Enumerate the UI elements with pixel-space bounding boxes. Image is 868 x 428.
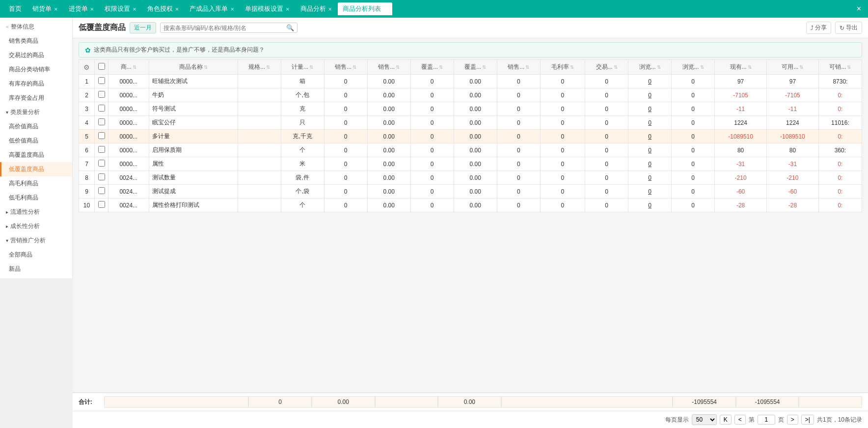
view1-link[interactable]: 0 xyxy=(648,106,651,113)
row-checkbox[interactable] xyxy=(98,132,105,139)
search-input[interactable] xyxy=(163,25,286,31)
close-purchase-tab[interactable]: × xyxy=(90,5,94,13)
row-checkbox[interactable] xyxy=(98,105,105,112)
table-container[interactable]: ⚙ 商...⇅ 商品名称⇅ 规格...⇅ 计量...⇅ 销售...⇅ 销售...… xyxy=(79,59,862,392)
nav-home[interactable]: 首页 xyxy=(4,2,27,15)
nav-permission[interactable]: 权限设置× xyxy=(100,2,141,15)
first-page-btn[interactable]: K xyxy=(720,415,732,425)
sidebar-item-new-goods[interactable]: 新品 xyxy=(0,262,72,276)
cell-view1[interactable]: 0 xyxy=(628,102,672,116)
view1-link[interactable]: 0 xyxy=(648,147,651,154)
sidebar-item-inventory-capital[interactable]: 库存资金占用 xyxy=(0,91,72,105)
prev-page-btn[interactable]: < xyxy=(734,415,746,425)
cell-view1[interactable]: 0 xyxy=(628,130,672,143)
cell-checkbox[interactable] xyxy=(95,185,108,199)
next-page-btn[interactable]: > xyxy=(787,415,798,425)
sidebar-item-high-value[interactable]: 高价值商品 xyxy=(0,119,72,134)
sidebar-flow-section[interactable]: ▸ 流通性分析 xyxy=(0,205,72,219)
cell-checkbox[interactable] xyxy=(95,75,108,88)
view1-link[interactable]: 0 xyxy=(648,133,651,140)
cell-view1[interactable]: 0 xyxy=(628,75,672,88)
sidebar-item-category-rate[interactable]: 商品分类动销率 xyxy=(0,62,72,77)
cell-checkbox[interactable] xyxy=(95,88,108,102)
sidebar-quality-section[interactable]: ▾ 类质量分析 xyxy=(0,105,72,119)
sidebar-item-low-coverage[interactable]: 低覆盖度商品 xyxy=(0,162,72,176)
cell-checkbox[interactable] xyxy=(95,157,108,171)
close-all-tabs[interactable]: × xyxy=(854,4,864,13)
export-btn[interactable]: ↻ 导出 xyxy=(835,22,862,34)
view1-link[interactable]: 0 xyxy=(648,202,651,209)
row-checkbox[interactable] xyxy=(98,146,105,153)
nav-sales[interactable]: 销货单× xyxy=(27,2,63,15)
close-goods-analysis-tab[interactable]: × xyxy=(328,5,332,13)
cell-checkbox[interactable] xyxy=(95,102,108,116)
col-settings[interactable]: ⚙ xyxy=(79,60,95,75)
row-checkbox[interactable] xyxy=(98,187,105,194)
nav-goods-analysis[interactable]: 商品分析× xyxy=(296,2,337,15)
cell-code: 0000... xyxy=(108,157,149,171)
close-role-tab[interactable]: × xyxy=(175,5,179,13)
cell-view1[interactable]: 0 xyxy=(628,157,672,171)
close-permission-tab[interactable]: × xyxy=(133,5,136,13)
nav-finished-goods[interactable]: 产成品入库单× xyxy=(185,2,239,15)
row-checkbox[interactable] xyxy=(98,201,105,208)
sidebar-overall-section[interactable]: « 整体信息 xyxy=(0,20,72,34)
total-stock1: -1095554 xyxy=(673,396,736,408)
close-goods-list-tab[interactable]: × xyxy=(383,5,387,13)
sidebar-item-low-profit[interactable]: 低毛利商品 xyxy=(0,191,72,205)
page-size-select[interactable]: 50 20 100 xyxy=(692,414,717,425)
view1-link[interactable]: 0 xyxy=(648,161,651,168)
nav-goods-analysis-list[interactable]: 商品分析列表× xyxy=(338,2,392,15)
row-checkbox[interactable] xyxy=(98,173,105,180)
date-filter-btn[interactable]: 近一月 xyxy=(130,22,156,33)
cell-stock3: 0: xyxy=(818,88,862,102)
sidebar-item-low-value[interactable]: 低价值商品 xyxy=(0,134,72,148)
nav-purchase[interactable]: 进货单× xyxy=(64,2,99,15)
sidebar-marketing-section[interactable]: ▾ 营销推广分析 xyxy=(0,233,72,248)
view1-link[interactable]: 0 xyxy=(648,92,651,99)
sidebar-item-sales-goods[interactable]: 销售类商品 xyxy=(0,34,72,48)
sidebar-item-high-coverage[interactable]: 高覆盖度商品 xyxy=(0,148,72,162)
cell-checkbox[interactable] xyxy=(95,143,108,157)
view1-link[interactable]: 0 xyxy=(648,174,651,181)
last-page-btn[interactable]: >| xyxy=(801,415,814,425)
cell-unit: 个,包 xyxy=(281,88,324,102)
nav-role[interactable]: 角色授权× xyxy=(142,2,184,15)
view1-link[interactable]: 0 xyxy=(648,78,651,85)
view1-link[interactable]: 0 xyxy=(648,188,651,195)
settings-icon[interactable]: ⚙ xyxy=(83,63,90,71)
cell-view1[interactable]: 0 xyxy=(628,199,672,212)
row-checkbox[interactable] xyxy=(98,160,105,167)
view1-link[interactable]: 0 xyxy=(648,119,651,126)
share-btn[interactable]: ⤴ 分享 xyxy=(806,22,831,34)
cell-view1[interactable]: 0 xyxy=(628,116,672,130)
row-checkbox[interactable] xyxy=(98,91,105,98)
row-checkbox[interactable] xyxy=(98,118,105,125)
close-finished-tab[interactable]: × xyxy=(230,5,234,13)
sidebar-item-high-profit[interactable]: 高毛利商品 xyxy=(0,176,72,191)
cell-view1[interactable]: 0 xyxy=(628,171,672,185)
sidebar-growth-section[interactable]: ▸ 成长性分析 xyxy=(0,219,72,233)
cell-trade: 0 xyxy=(585,116,628,130)
current-page-input[interactable] xyxy=(758,415,775,425)
cell-checkbox[interactable] xyxy=(95,130,108,143)
row-checkbox[interactable] xyxy=(98,77,105,84)
close-sales-tab[interactable]: × xyxy=(54,5,58,13)
cell-view1[interactable]: 0 xyxy=(628,185,672,199)
cell-stock3: 8730: xyxy=(818,75,862,88)
cell-checkbox[interactable] xyxy=(95,199,108,212)
cell-view1[interactable]: 0 xyxy=(628,143,672,157)
cell-checkbox[interactable] xyxy=(95,171,108,185)
close-template-tab[interactable]: × xyxy=(286,5,290,13)
sidebar-item-stocked-goods[interactable]: 有库存的商品 xyxy=(0,77,72,91)
page-title: 低覆盖度商品 xyxy=(79,23,126,33)
cell-profit: 0 xyxy=(540,199,585,212)
cell-view1[interactable]: 0 xyxy=(628,88,672,102)
cell-view2: 0 xyxy=(672,185,715,199)
cell-checkbox[interactable] xyxy=(95,116,108,130)
select-all-checkbox[interactable] xyxy=(98,63,105,70)
cell-unit: 袋,件 xyxy=(281,171,324,185)
sidebar-item-traded-goods[interactable]: 交易过的商品 xyxy=(0,48,72,62)
nav-template[interactable]: 单据模板设置× xyxy=(240,2,295,15)
sidebar-item-all-goods[interactable]: 全部商品 xyxy=(0,248,72,262)
